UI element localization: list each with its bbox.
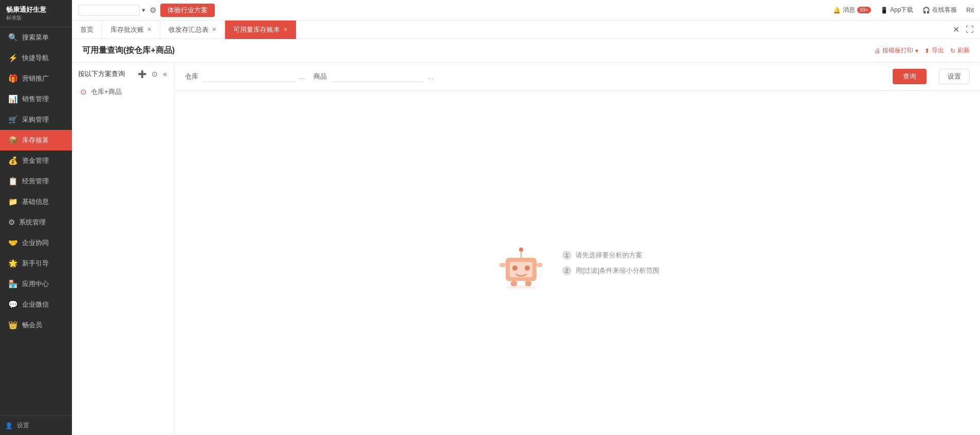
sidebar-bottom-label: 设置 — [17, 421, 29, 430]
tab-available-stock[interactable]: 可用量库存账本 ✕ — [225, 21, 297, 39]
print-btn[interactable]: 🖨 按模板打印 ▾ — [874, 46, 918, 55]
sidebar-label-10: 企业协同 — [22, 238, 49, 248]
sidebar-icon-0: 🔍 — [8, 33, 18, 42]
filter-add-btn[interactable]: ➕ — [137, 69, 147, 79]
tab-close-all-btn[interactable]: ✕ — [951, 23, 961, 36]
empty-hint-2: 2 用[过滤]条件来缩小分析范围 — [562, 266, 659, 275]
sidebar-icon-6: 💰 — [8, 156, 18, 165]
refresh-icon: ↻ — [950, 47, 955, 54]
main-content: ▾ ⚙ 体验行业方案 🔔 消息 99+ 📱 App下载 🎧 在线客服 Rit — [72, 0, 980, 435]
filter-panel-title: 按以下方案查询 — [78, 69, 125, 79]
sidebar-logo: 畅康通好生意 标准版 — [0, 0, 72, 27]
tabs-bar: 首页 库存批次账 ✕ 收发存汇总表 ✕ 可用量库存账本 ✕ ✕ ⛶ — [72, 21, 980, 39]
svg-rect-8 — [511, 281, 517, 286]
notification-area[interactable]: 🔔 消息 99+ — [833, 6, 871, 14]
sidebar-icon-4: 🛒 — [8, 115, 18, 124]
sidebar-icon-14: 👑 — [8, 320, 18, 330]
sidebar-item-1[interactable]: ⚡ 快捷导航 — [0, 48, 72, 68]
tab-available-stock-close[interactable]: ✕ — [283, 26, 288, 33]
step-2-num: 2 — [562, 266, 571, 275]
headset-icon: 🎧 — [922, 7, 930, 14]
sidebar-label-13: 企业微信 — [22, 300, 49, 309]
print-icon: 🖨 — [874, 47, 880, 54]
product-more-btn[interactable]: ... — [428, 72, 434, 81]
sidebar: 畅康通好生意 标准版 🔍 搜索菜单 ⚡ 快捷导航 🎁 营销推广 📊 销售管理 🛒… — [0, 0, 72, 435]
sidebar-label-8: 基础信息 — [22, 197, 49, 206]
filter-settings-btn[interactable]: ⊙ — [151, 69, 159, 79]
tab-stock-summary[interactable]: 收发存汇总表 ✕ — [160, 21, 225, 39]
empty-illustration — [495, 237, 547, 289]
topbar-right: 🔔 消息 99+ 📱 App下载 🎧 在线客服 Rit — [833, 6, 974, 14]
sidebar-item-3[interactable]: 📊 销售管理 — [0, 89, 72, 109]
sidebar-item-12[interactable]: 🏪 应用中心 — [0, 274, 72, 294]
dropdown-btn[interactable]: ▾ — [142, 6, 145, 14]
tab-stock-summary-close[interactable]: ✕ — [212, 26, 216, 33]
sidebar-item-14[interactable]: 👑 畅会员 — [0, 315, 72, 335]
svg-rect-7 — [537, 263, 543, 267]
user-label: Rit — [966, 7, 974, 14]
setting-btn[interactable]: 设置 — [939, 69, 970, 84]
tab-home[interactable]: 首页 — [72, 21, 102, 39]
warehouse-input[interactable] — [202, 71, 295, 82]
notification-badge: 99+ — [857, 7, 871, 13]
empty-hint-1: 1 请先选择要分析的方案 — [562, 251, 659, 260]
filter-actions: ➕ ⊙ « — [137, 69, 168, 79]
user-info[interactable]: Rit — [966, 7, 974, 14]
app-download[interactable]: 📱 App下载 — [880, 6, 913, 14]
scheme-icon: ⊙ — [80, 87, 87, 97]
empty-hint-1-text: 请先选择要分析的方案 — [576, 251, 642, 260]
warehouse-more-btn[interactable]: ... — [299, 72, 305, 81]
sidebar-item-7[interactable]: 📋 经营管理 — [0, 171, 72, 192]
filter-scheme-item[interactable]: ⊙ 仓库+商品 — [72, 83, 174, 101]
tab-stock-batch[interactable]: 库存批次账 ✕ — [102, 21, 160, 39]
sidebar-label-5: 库存核算 — [22, 136, 49, 145]
sidebar-label-6: 资金管理 — [22, 156, 49, 165]
filter-collapse-btn[interactable]: « — [162, 69, 168, 79]
product-input[interactable] — [331, 71, 423, 82]
svg-point-2 — [512, 266, 517, 271]
tabs-right-actions: ✕ ⛶ — [951, 23, 980, 36]
online-service[interactable]: 🎧 在线客服 — [922, 6, 957, 14]
sidebar-item-2[interactable]: 🎁 营销推广 — [0, 68, 72, 89]
tab-stock-batch-close[interactable]: ✕ — [147, 26, 152, 33]
product-filter-group: 商品 ... — [313, 71, 434, 82]
sidebar-item-6[interactable]: 💰 资金管理 — [0, 150, 72, 171]
query-btn[interactable]: 查询 — [893, 69, 927, 84]
warehouse-filter-group: 仓库 ... — [185, 71, 305, 82]
export-btn[interactable]: ⬆ 导出 — [924, 46, 944, 55]
export-label: 导出 — [932, 46, 944, 55]
sidebar-item-8[interactable]: 📁 基础信息 — [0, 192, 72, 212]
query-area: 仓库 ... 商品 ... 查询 设置 — [175, 63, 980, 435]
product-label: 商品 — [313, 72, 327, 81]
sidebar-item-10[interactable]: 🤝 企业协同 — [0, 233, 72, 253]
sidebar-item-11[interactable]: 🌟 新手引导 — [0, 253, 72, 274]
trial-btn[interactable]: 体验行业方案 — [160, 4, 215, 17]
sidebar-label-7: 经营管理 — [22, 177, 49, 186]
refresh-btn[interactable]: ↻ 刷新 — [950, 46, 970, 55]
search-input[interactable] — [78, 5, 140, 16]
sidebar-label-9: 系统管理 — [19, 218, 46, 227]
sidebar-item-9[interactable]: ⚙ 系统管理 — [0, 212, 72, 233]
warehouse-label: 仓库 — [185, 72, 198, 81]
filter-panel: 按以下方案查询 ➕ ⊙ « ⊙ 仓库+商品 — [72, 63, 175, 435]
tab-expand-btn[interactable]: ⛶ — [964, 23, 976, 36]
tab-available-stock-label: 可用量库存账本 — [233, 25, 280, 34]
gear-btn[interactable]: ⚙ — [150, 6, 156, 15]
app-subtitle: 标准版 — [6, 14, 66, 22]
filter-header: 按以下方案查询 ➕ ⊙ « — [72, 69, 174, 83]
empty-state: 1 请先选择要分析的方案 2 用[过滤]条件来缩小分析范围 — [175, 91, 980, 435]
online-service-label: 在线客服 — [932, 6, 957, 14]
sidebar-item-5[interactable]: 📦 库存核算 — [0, 130, 72, 150]
print-label: 按模板打印 — [882, 46, 913, 55]
sidebar-icon-5: 📦 — [8, 136, 18, 145]
tab-stock-summary-label: 收发存汇总表 — [169, 25, 209, 34]
refresh-label: 刷新 — [957, 46, 970, 55]
page-title: 可用量查询(按仓库+商品) — [82, 45, 175, 56]
sidebar-icon-9: ⚙ — [8, 218, 15, 227]
sidebar-icon-3: 📊 — [8, 94, 18, 104]
sidebar-item-0[interactable]: 🔍 搜索菜单 — [0, 27, 72, 48]
notification-label: 消息 — [843, 6, 855, 14]
sidebar-bottom-icon: 👤 — [5, 422, 13, 429]
sidebar-item-13[interactable]: 💬 企业微信 — [0, 294, 72, 315]
sidebar-item-4[interactable]: 🛒 采购管理 — [0, 109, 72, 130]
